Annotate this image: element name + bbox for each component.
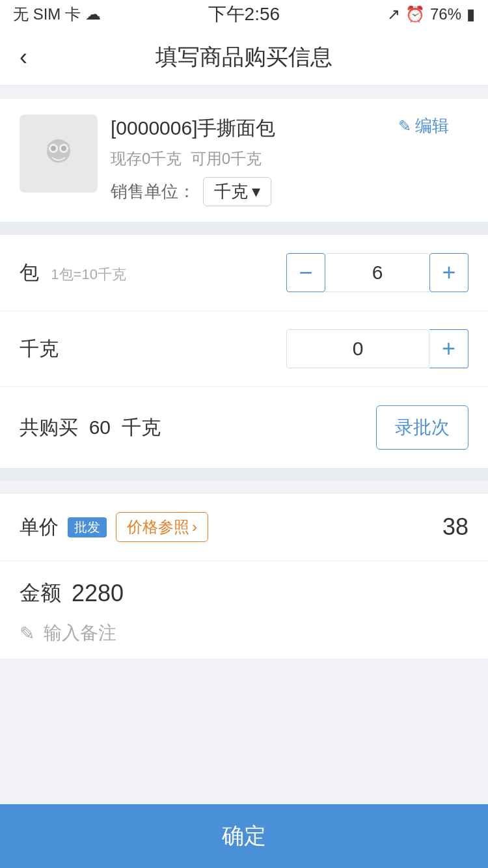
svg-point-3: [51, 146, 56, 151]
price-value: 38: [442, 513, 468, 541]
price-left: 单价 批发 价格参照 ›: [20, 512, 208, 542]
price-label: 单价: [20, 514, 59, 541]
divider-2: [0, 468, 488, 481]
product-stock: 现存0千克 可用0千克: [111, 148, 468, 169]
remark-row[interactable]: ✎ 输入备注: [20, 621, 468, 645]
status-left: 无 SIM 卡 ☁: [13, 4, 101, 25]
total-text: 共购买 60 千克: [20, 414, 161, 441]
product-unit-row: 销售单位： 千克 ▾: [111, 177, 468, 206]
record-batch-button[interactable]: 录批次: [376, 405, 468, 450]
kg-quantity-input[interactable]: [286, 329, 429, 368]
bag-plus-button[interactable]: +: [429, 253, 468, 292]
battery-icon: ▮: [467, 5, 475, 23]
status-time: 下午2:56: [208, 2, 280, 27]
kg-plus-button[interactable]: +: [429, 329, 468, 368]
amount-section: 金额 2280 ✎ 输入备注: [0, 560, 488, 658]
page-title: 填写商品购买信息: [156, 42, 332, 72]
bag-sub-label: 1包=10千克: [51, 266, 126, 282]
divider-1: [0, 222, 488, 235]
price-ref-arrow-icon: ›: [192, 518, 197, 536]
total-row: 共购买 60 千克 录批次: [0, 387, 488, 468]
location-icon: ↗: [387, 5, 400, 23]
total-amount: 60: [89, 416, 111, 438]
dropdown-arrow-icon: ▾: [252, 182, 260, 202]
bag-quantity-input[interactable]: [325, 253, 429, 292]
remark-placeholder: 输入备注: [44, 621, 116, 645]
edit-button[interactable]: ✎ 编辑: [398, 115, 449, 137]
amount-label: 金额: [20, 579, 61, 608]
status-bar: 无 SIM 卡 ☁ 下午2:56 ↗ ⏰ 76% ▮: [0, 0, 488, 29]
battery-label: 76%: [430, 5, 461, 23]
amount-value: 2280: [72, 580, 124, 607]
input-section: 包 1包=10千克 − + 千克 +: [0, 235, 488, 387]
status-right: ↗ ⏰ 76% ▮: [387, 5, 475, 23]
product-name: [0000006]手撕面包: [111, 115, 275, 142]
price-row: 单价 批发 价格参照 › 38: [20, 512, 468, 542]
unit-select[interactable]: 千克 ▾: [203, 177, 271, 206]
bag-qty-control: − +: [286, 253, 468, 292]
bag-quantity-row: 包 1包=10千克 − +: [0, 235, 488, 311]
kg-label: 千克: [20, 336, 286, 362]
price-section: 单价 批发 价格参照 › 38: [0, 494, 488, 560]
product-thumbnail: [20, 115, 98, 193]
product-info: [0000006]手撕面包 ✎ 编辑 现存0千克 可用0千克 销售单位： 千克 …: [111, 115, 468, 206]
back-button[interactable]: ‹: [20, 44, 27, 71]
confirm-label: 确定: [222, 821, 266, 851]
kg-qty-control: +: [286, 329, 468, 368]
pencil-icon: ✎: [20, 623, 34, 644]
kg-quantity-row: 千克 +: [0, 311, 488, 387]
bag-minus-button[interactable]: −: [286, 253, 325, 292]
product-card: [0000006]手撕面包 ✎ 编辑 现存0千克 可用0千克 销售单位： 千克 …: [0, 99, 488, 222]
sim-label: 无 SIM 卡 ☁: [13, 4, 101, 25]
alarm-icon: ⏰: [405, 5, 425, 23]
wholesale-badge: 批发: [68, 517, 107, 537]
edit-icon: ✎: [398, 117, 411, 135]
amount-row: 金额 2280: [20, 579, 468, 608]
price-reference-button[interactable]: 价格参照 ›: [116, 512, 208, 542]
bag-label: 包 1包=10千克: [20, 260, 286, 286]
svg-point-4: [61, 146, 66, 151]
confirm-button[interactable]: 确定: [0, 804, 488, 868]
nav-bar: ‹ 填写商品购买信息: [0, 29, 488, 86]
